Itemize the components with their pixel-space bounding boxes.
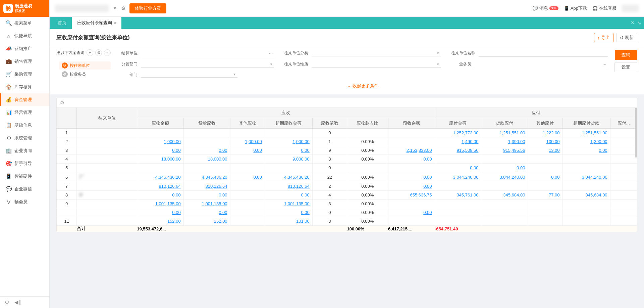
td-loan_ar[interactable]: 18,000.00 xyxy=(183,155,230,164)
sidebar-item-purchase[interactable]: 🛒 采购管理 xyxy=(0,68,49,81)
td-other_ap[interactable]: 0.00 xyxy=(528,172,562,182)
scrollbar[interactable] xyxy=(635,108,637,158)
td-overdue_ap[interactable]: 0.00 xyxy=(562,146,610,155)
td-overdue_ar[interactable]: 1,001,135.00 xyxy=(265,200,312,208)
sidebar-item-member[interactable]: V 畅会员 xyxy=(0,195,49,208)
td-overdue_ap[interactable]: 1,390.00 xyxy=(562,137,610,146)
td-loan_ar[interactable]: 0.00 xyxy=(183,191,230,200)
department-select[interactable]: ▼ xyxy=(141,72,237,78)
query-btn[interactable]: 查询 xyxy=(615,50,637,60)
td-ap_amt[interactable]: 3,044,240.00 xyxy=(435,172,481,182)
td-overdue_ar[interactable]: 1,000.00 xyxy=(265,137,312,146)
sidebar-item-search[interactable]: 🔍 搜索菜单 xyxy=(0,17,49,30)
td-ap_amt[interactable]: 1,252,773.00 xyxy=(435,129,481,137)
salesperson-dots[interactable]: ··· xyxy=(602,61,606,67)
td-ap_amt[interactable]: 1,490.00 xyxy=(435,137,481,146)
td-ap_amt[interactable]: 345,761.00 xyxy=(435,191,481,200)
setting-btn[interactable]: 设置 xyxy=(614,62,637,72)
collapse-icon[interactable]: ◀‖ xyxy=(14,299,21,305)
sidebar-item-marketing[interactable]: 📣 营销推广 xyxy=(0,42,49,55)
td-prepay[interactable]: 2,153,333.00 xyxy=(388,146,435,155)
industry-btn[interactable]: 体验行业方案 xyxy=(129,3,166,13)
td-loan_ar[interactable]: 0.00 xyxy=(183,146,230,155)
breadcrumb-arrow[interactable]: ▼ xyxy=(113,6,117,11)
td-loan_ap[interactable]: 345,684.00 xyxy=(481,191,528,200)
td-loan_ap[interactable]: 1,390.00 xyxy=(481,137,528,146)
unit-category-select[interactable]: ▼ xyxy=(312,50,441,56)
close-window-icon[interactable]: ✕ xyxy=(631,20,635,26)
sidebar-item-system[interactable]: ⚙ 系统管理 xyxy=(0,132,49,144)
sidebar-item-sales[interactable]: 💼 销售管理 xyxy=(0,55,49,68)
tab-arbalance[interactable]: 应收应付余额查询 × xyxy=(72,17,121,29)
tab-close-icon[interactable]: × xyxy=(114,21,116,25)
td-other_ar[interactable]: 1,000.00 xyxy=(230,137,265,146)
export-btn[interactable]: ↑ 导出 xyxy=(594,33,614,42)
td-prepay[interactable]: 655,636.75 xyxy=(388,191,435,200)
td-ar_amt[interactable]: 1,000.00 xyxy=(137,137,183,146)
user-area[interactable] xyxy=(622,5,639,12)
td-loan_ap[interactable]: 915,495.56 xyxy=(481,146,528,155)
td-ar_amt[interactable]: 0.00 xyxy=(137,146,183,155)
sidebar-item-warehouse[interactable]: 🏠 库存核算 xyxy=(0,81,49,93)
td-other_ap[interactable]: 77.00 xyxy=(528,191,562,200)
td-other_ap[interactable]: 1,222.00 xyxy=(528,129,562,137)
td-overdue_ar[interactable]: 101.00 xyxy=(265,217,312,226)
td-loan_ar[interactable]: 152.00 xyxy=(183,217,230,226)
service-btn[interactable]: 🎧 在线客服 xyxy=(592,5,616,11)
td-ar_amt[interactable]: 810,126.64 xyxy=(137,182,183,191)
sidebar-item-wechat[interactable]: 💬 企业微信 xyxy=(0,183,49,195)
tab-home[interactable]: 首页 xyxy=(52,17,72,29)
sidebar-item-guide[interactable]: 🎯 新手引导 xyxy=(0,157,49,170)
download-btn[interactable]: 📱 App下载 xyxy=(564,5,587,11)
add-scheme-btn[interactable]: + xyxy=(87,49,93,56)
unit-nature-select[interactable]: ▼ xyxy=(312,61,441,68)
collapse-scheme-btn[interactable]: « xyxy=(104,49,111,56)
td-overdue_ar[interactable]: 0.00 xyxy=(265,191,312,200)
settings-scheme-btn[interactable]: ⚙ xyxy=(95,49,102,56)
refresh-btn[interactable]: ↺ 刷新 xyxy=(616,33,637,42)
td-other_ap[interactable]: 100.00 xyxy=(528,137,562,146)
td-other_ap[interactable]: 13.00 xyxy=(528,146,562,155)
td-loan_ap[interactable]: 1,251,551.00 xyxy=(481,129,528,137)
table-scroll-container[interactable]: 往来单位 应收 应付 应收金额 贷款应收 其他应收 超期应收金额 应收笔数 应收… xyxy=(57,108,637,232)
td-prepay[interactable]: 0.00 xyxy=(388,172,435,182)
settlement-select[interactable]: ··· xyxy=(141,49,274,57)
td-prepay[interactable]: 0.00 xyxy=(388,182,435,191)
td-other_ar[interactable]: 0.00 xyxy=(230,172,265,182)
td-loan_ar[interactable]: 0.00 xyxy=(183,208,230,217)
td-ar_amt[interactable]: 0.00 xyxy=(137,191,183,200)
collapse-more-btn[interactable]: ︿ 收起更多条件 xyxy=(117,81,608,91)
td-prepay[interactable]: 0.00 xyxy=(388,155,435,164)
unit-name-input[interactable] xyxy=(479,50,608,57)
td-ar_amt[interactable]: 1,001,135.00 xyxy=(137,200,183,208)
td-ar_amt[interactable]: 4,345,436.20 xyxy=(137,172,183,182)
td-ar_amt[interactable]: 152.00 xyxy=(137,217,183,226)
sidebar-item-operation[interactable]: 📊 经营管理 xyxy=(0,106,49,119)
scheme-option-salesperson[interactable]: ⏱ 按业务员 xyxy=(59,70,111,78)
branch-dept-select[interactable]: ▼ xyxy=(141,61,274,68)
sidebar-item-hardware[interactable]: 📱 智能硬件 xyxy=(0,170,49,183)
td-loan_ar[interactable]: 810,126.64 xyxy=(183,182,230,191)
sidebar-item-basic[interactable]: 📋 基础信息 xyxy=(0,119,49,132)
td-overdue_ar[interactable]: 4,345,436.20 xyxy=(265,172,312,182)
settings-bottom-icon[interactable]: ⚙ xyxy=(5,299,9,305)
td-overdue_ar[interactable]: 810,126.64 xyxy=(265,182,312,191)
fullscreen-icon[interactable]: ⤡ xyxy=(637,20,641,26)
td-ar_amt[interactable]: 0.00 xyxy=(137,208,183,217)
td-loan_ar[interactable]: 1,001,135.00 xyxy=(183,200,230,208)
td-loan_ap[interactable]: 0.00 xyxy=(481,164,528,172)
td-ar_amt[interactable]: 18,000.00 xyxy=(137,155,183,164)
settlement-dots[interactable]: ··· xyxy=(269,50,273,56)
td-overdue_ap[interactable]: 345,684.00 xyxy=(562,191,610,200)
td-loan_ap[interactable]: 3,044,240.00 xyxy=(481,172,528,182)
salesperson-select[interactable]: ··· xyxy=(475,60,608,68)
sidebar-item-finance[interactable]: 💰 资金管理 xyxy=(0,93,49,106)
td-overdue_ap[interactable]: 1,251,551.00 xyxy=(562,129,610,137)
scheme-option-unit[interactable]: 畅 按往来单位 xyxy=(59,61,111,70)
messages-btn[interactable]: 💬 消息 99+ xyxy=(533,5,558,11)
sidebar-item-collab[interactable]: 🏢 企业协同 xyxy=(0,144,49,157)
td-overdue_ar[interactable]: 9,000.00 xyxy=(265,155,312,164)
td-other_ar[interactable]: 0.00 xyxy=(230,146,265,155)
td-overdue_ap[interactable]: 3,044,240.00 xyxy=(562,172,610,182)
sidebar-item-quick[interactable]: ⌂ 快捷导航 xyxy=(0,30,49,42)
